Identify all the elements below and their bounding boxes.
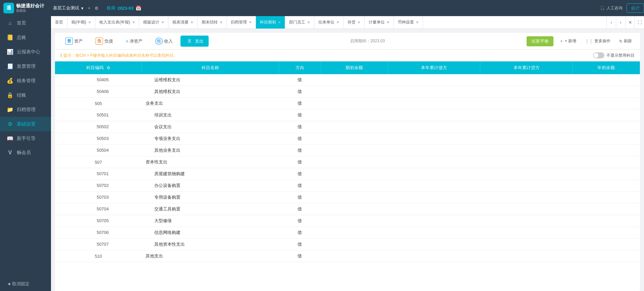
account-button[interactable]: 会计	[627, 3, 644, 13]
col-settings-icon[interactable]: ⚙	[107, 65, 110, 70]
sub-tab-assets[interactable]: 资 资产	[60, 36, 88, 47]
sub-tab-area: 资 资产 负 负债 ≡ 净资产 收 收入 支 支出	[55, 33, 640, 50]
tab-home[interactable]: 首页	[51, 16, 67, 29]
sidebar-item-invoice[interactable]: 🧾 发票管理	[0, 59, 51, 74]
sidebar-item-member[interactable]: V 畅会员	[0, 146, 51, 160]
tab-period-end[interactable]: 期末结转 ✕	[198, 16, 227, 29]
table-row[interactable]: 50702 办公设备购置 借	[55, 180, 640, 192]
table-row[interactable]: 50701 房屋建筑物购建 借	[55, 168, 640, 180]
table-row[interactable]: 50504 其他业务支出 借	[55, 145, 640, 156]
table-row[interactable]: 507 资本性支出 借	[55, 156, 640, 168]
tab-maximize-button[interactable]: ⛶	[635, 16, 644, 29]
sidebar-item-basic[interactable]: ⚙ 基础设置	[0, 117, 51, 131]
sidebar-item-guide[interactable]: 📖 新手引导	[0, 131, 51, 146]
tab-close-icon[interactable]: ✕	[132, 20, 135, 24]
tab-unit[interactable]: 计量单位 ✕	[365, 16, 394, 29]
sidebar-item-close[interactable]: 🔒 结账	[0, 88, 51, 102]
tab-close-icon[interactable]: ✕	[278, 20, 281, 24]
cell-direction: 借	[279, 239, 321, 250]
table-row[interactable]: 510 其他支出 借	[55, 250, 640, 262]
tab-income-report[interactable]: 收入支出表(年报) ✕	[95, 16, 139, 29]
tab-close-icon[interactable]: ✕	[307, 20, 310, 24]
table-row[interactable]: 50707 其他资本性支出 借	[55, 239, 640, 250]
cell-year-opening	[573, 168, 640, 180]
cell-ytd-debit	[388, 192, 480, 203]
tab-archive-mgmt[interactable]: 归档管理 ✕	[227, 16, 256, 29]
cell-ytd-debit	[388, 168, 480, 180]
cell-year-opening	[573, 250, 640, 262]
table-row[interactable]: 505 业务支出 借	[55, 98, 640, 109]
cell-ytd-credit	[480, 133, 573, 145]
sidebar-item-reports[interactable]: 📊 云报表中心	[0, 45, 51, 59]
tab-close-icon[interactable]: ✕	[336, 20, 339, 24]
cell-year-opening	[573, 133, 640, 145]
sidebar-item-home[interactable]: ⌂ 首页	[0, 16, 51, 30]
toggle-track[interactable]	[593, 52, 604, 58]
info-icon: ℹ	[60, 53, 62, 58]
tab-dept[interactable]: 部门员工 ✕	[285, 16, 314, 29]
tab-tax-mid[interactable]: 税(中期) ✕	[67, 16, 95, 29]
sub-tab-net-assets[interactable]: ≡ 净资产	[121, 36, 148, 46]
tab-partner[interactable]: 往来单位 ✕	[314, 16, 343, 29]
cell-year-opening	[573, 203, 640, 215]
cell-name: 其他资本性支出	[142, 239, 279, 250]
tab-close-icon[interactable]: ✕	[191, 20, 193, 24]
company-selector[interactable]: 基层工会测试 ▾ ＋ ⚙	[50, 4, 101, 12]
refresh-icon: ↻	[619, 39, 623, 44]
tab-close-icon[interactable]: ✕	[358, 20, 360, 24]
cell-ytd-debit	[388, 109, 480, 121]
toggle-switch[interactable]: 不显示禁用科目	[593, 52, 635, 58]
refresh-button[interactable]: ↻ 刷新	[616, 37, 635, 45]
cell-ytd-credit	[480, 180, 573, 192]
tab-close-icon[interactable]: ✕	[387, 20, 389, 24]
tab-template[interactable]: 模版设计 ✕	[139, 16, 168, 29]
tab-close-icon[interactable]: ✕	[88, 20, 91, 24]
more-button[interactable]: ⋮⋮ 更多操作	[582, 37, 613, 45]
cell-year-opening	[573, 156, 640, 168]
period-display: 启用期间：2023.03	[350, 38, 385, 44]
table-row[interactable]: 50405 运维维权支出 借	[55, 74, 640, 86]
sub-tab-income[interactable]: 收 收入	[150, 36, 178, 47]
tab-close-icon[interactable]: ✕	[220, 20, 222, 24]
tab-close-icon[interactable]: ✕	[161, 20, 164, 24]
tab-close-icon[interactable]: ✕	[249, 20, 252, 24]
cell-code: 50704	[55, 203, 142, 215]
table-row[interactable]: 50503 专项业务支出 借	[55, 133, 640, 145]
col-opening-balance: 期初余额	[321, 61, 388, 74]
table-row[interactable]: 50705 大型修缮 借	[55, 215, 640, 227]
settings-icon[interactable]: ⚙	[95, 6, 99, 11]
cell-code: 50405	[55, 74, 142, 86]
sidebar-item-archive[interactable]: 📁 归档管理	[0, 102, 51, 117]
period-display-text: 启用期间：2023.03	[350, 39, 385, 43]
table-row[interactable]: 50704 交通工具购置 借	[55, 203, 640, 215]
tab-close-icon[interactable]: ✕	[416, 20, 419, 24]
table-row[interactable]: 50406 其他维权支出 借	[55, 86, 640, 98]
table-row[interactable]: 50501 培训支出 借	[55, 109, 640, 121]
tab-tax-list[interactable]: 税表清册 ✕	[168, 16, 198, 29]
sub-tab-expenses[interactable]: 支 支出	[180, 36, 209, 47]
sidebar-label-guide: 新手引导	[17, 136, 36, 142]
table-container[interactable]: 科目编码 ⚙ 科目名称 方向 期初余额	[55, 61, 640, 291]
tab-subject-init[interactable]: 科目期初 ✕	[256, 16, 285, 29]
sidebar-item-tax[interactable]: 💰 税务管理	[0, 74, 51, 88]
balance-button[interactable]: 试算平衡	[527, 36, 553, 46]
sidebar-collapse-button[interactable]: ◄ 取消固定	[0, 277, 51, 291]
table-row[interactable]: 50706 信息网络购建 借	[55, 227, 640, 239]
tab-inventory[interactable]: 存货 ✕	[343, 16, 365, 29]
tab-currency[interactable]: 币种设置 ✕	[394, 16, 423, 29]
logo-char: 通	[6, 5, 11, 11]
cell-year-opening	[573, 121, 640, 133]
tab-prev-button[interactable]: ‹	[606, 16, 616, 29]
table-row[interactable]: 50703 专用设备购置 借	[55, 192, 640, 203]
help-button[interactable]: 🎧 人工咨询	[600, 5, 623, 11]
add-icon[interactable]: ＋	[87, 5, 91, 11]
table-row[interactable]: 50502 会议支出 借	[55, 121, 640, 133]
tab-close-all-button[interactable]: ✕	[625, 16, 635, 29]
add-button[interactable]: ＋ + 新增	[557, 37, 579, 45]
calendar-icon[interactable]: 📅	[136, 5, 141, 11]
sidebar-item-ledger[interactable]: 📒 总账	[0, 30, 51, 45]
tab-next-button[interactable]: ›	[616, 16, 625, 29]
sub-tab-liabilities[interactable]: 负 负债	[91, 36, 118, 47]
cell-direction: 借	[279, 203, 321, 215]
toggle-thumb	[594, 53, 598, 58]
